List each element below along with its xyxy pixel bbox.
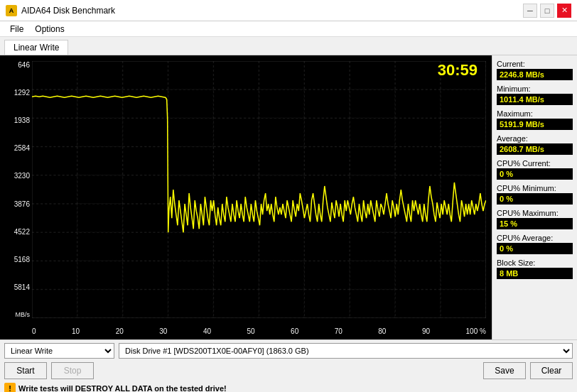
- current-value: 2246.8 MB/s: [497, 69, 573, 80]
- stop-button[interactable]: Stop: [51, 362, 94, 379]
- cpu-maximum-value: 15 %: [497, 218, 573, 229]
- menu-options[interactable]: Options: [29, 23, 70, 36]
- close-button[interactable]: ✕: [557, 4, 571, 18]
- tab-bar: Linear Write: [0, 37, 577, 55]
- block-size-value: 8 MB: [497, 268, 573, 279]
- menu-bar: File Options: [0, 21, 577, 37]
- controls-row1: Linear Write Disk Drive #1 [WDS200T1X0E-…: [4, 343, 573, 359]
- start-button[interactable]: Start: [4, 362, 47, 379]
- y-label-3230: 3230: [1, 172, 30, 180]
- x-label-30: 30: [159, 327, 167, 335]
- maximum-value: 5191.9 MB/s: [497, 119, 573, 130]
- test-dropdown[interactable]: Linear Write: [4, 343, 114, 359]
- cpu-average-value: 0 %: [497, 243, 573, 254]
- save-button[interactable]: Save: [483, 362, 526, 379]
- right-panel: Current: 2246.8 MB/s Minimum: 1011.4 MB/…: [492, 55, 577, 339]
- drive-dropdown[interactable]: Disk Drive #1 [WDS200T1X0E-00AFY0] (1863…: [119, 343, 573, 359]
- warning-row: ! Write tests will DESTROY ALL DATA on t…: [4, 383, 573, 392]
- x-label-100: 100 %: [466, 327, 486, 335]
- y-label-2584: 2584: [1, 144, 30, 152]
- x-label-70: 70: [335, 327, 343, 335]
- average-value: 2608.7 MB/s: [497, 143, 573, 155]
- current-label: Current:: [497, 60, 573, 68]
- y-label-5168: 5168: [1, 256, 30, 263]
- warning-text: Write tests will DESTROY ALL DATA on the…: [18, 384, 227, 392]
- x-label-10: 10: [72, 327, 80, 335]
- x-label-60: 60: [291, 327, 298, 335]
- x-label-20: 20: [116, 327, 124, 335]
- chart-svg: [32, 61, 486, 318]
- controls-row2: Start Stop Save Clear: [4, 362, 573, 379]
- minimize-button[interactable]: ─: [523, 4, 537, 18]
- app-icon: A: [6, 5, 17, 16]
- y-label-3876: 3876: [1, 200, 30, 208]
- block-size-label: Block Size:: [497, 258, 573, 267]
- x-label-80: 80: [378, 327, 386, 335]
- maximize-button[interactable]: □: [540, 4, 554, 18]
- title-bar: A AIDA64 Disk Benchmark ─ □ ✕: [0, 0, 577, 21]
- x-label-90: 90: [422, 327, 430, 335]
- cpu-maximum-label: CPU% Maximum:: [497, 209, 573, 217]
- x-axis: 0 10 20 30 40 50 60 70 80 90 100 %: [32, 327, 486, 335]
- average-label: Average:: [497, 134, 573, 143]
- chart-area: 30:59 MB/s 5814 5168 4522 3876 3230 2584…: [0, 55, 492, 339]
- cpu-minimum-label: CPU% Minimum:: [497, 184, 573, 192]
- y-label-mbs: MB/s: [1, 311, 30, 318]
- y-label-1938: 1938: [1, 116, 30, 124]
- y-label-4522: 4522: [1, 228, 30, 236]
- x-label-40: 40: [203, 327, 211, 335]
- chart-timer: 30:59: [438, 61, 478, 80]
- y-label-1292: 1292: [1, 89, 30, 97]
- bottom-controls: Linear Write Disk Drive #1 [WDS200T1X0E-…: [0, 339, 577, 392]
- x-label-0: 0: [32, 327, 36, 335]
- y-axis: MB/s 5814 5168 4522 3876 3230 2584 1938 …: [1, 61, 30, 318]
- main-content: 30:59 MB/s 5814 5168 4522 3876 3230 2584…: [0, 55, 577, 339]
- tab-linear-write[interactable]: Linear Write: [4, 40, 68, 55]
- minimum-label: Minimum:: [497, 85, 573, 93]
- cpu-current-label: CPU% Current:: [497, 159, 573, 168]
- y-label-646: 646: [1, 61, 30, 69]
- title-text: AIDA64 Disk Benchmark: [21, 6, 115, 16]
- clear-button[interactable]: Clear: [530, 362, 573, 379]
- cpu-average-label: CPU% Average:: [497, 234, 573, 242]
- y-label-5814: 5814: [1, 283, 30, 291]
- warning-icon: !: [4, 383, 16, 392]
- minimum-value: 1011.4 MB/s: [497, 94, 573, 105]
- x-label-50: 50: [247, 327, 254, 335]
- menu-file[interactable]: File: [4, 23, 29, 36]
- cpu-minimum-value: 0 %: [497, 193, 573, 205]
- maximum-label: Maximum:: [497, 109, 573, 118]
- cpu-current-value: 0 %: [497, 168, 573, 180]
